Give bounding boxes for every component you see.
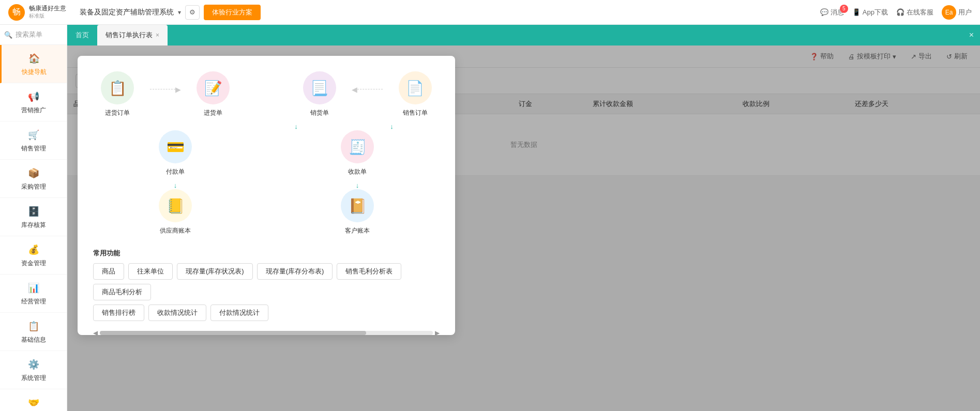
sales-bill-icon: 📃 (310, 80, 328, 97)
message-icon-item[interactable]: 💬 消息 5 (820, 8, 844, 17)
func-btn-goods[interactable]: 商品 (93, 263, 124, 280)
online-service-label: 在线客服 (907, 8, 933, 17)
finance-icon: 💰 (26, 242, 41, 257)
app-download-icon: 📱 (852, 8, 861, 16)
flow-node-sales-order[interactable]: 📄 销售订单 (399, 71, 432, 117)
search-label: 搜索菜单 (16, 30, 42, 39)
sidebar-item-enterprise[interactable]: 🤝 企业协同 (0, 389, 67, 411)
app-download-item[interactable]: 📱 App下载 (852, 8, 888, 17)
flow-down-arrows-2: ↓ ↓ (93, 181, 440, 189)
flow-node-customer[interactable]: 📔 客户账本 (341, 189, 374, 235)
system-dropdown-btn[interactable]: ▾ (178, 9, 181, 16)
scrollbar-left-arrow[interactable]: ◀ (93, 329, 98, 335)
flow-node-purchase-bill[interactable]: 📝 进货单 (197, 71, 230, 117)
common-functions-title: 常用功能 (93, 249, 440, 258)
logo-area: 畅 畅康通好生意 标准版 (8, 4, 76, 21)
func-buttons-row2: 销售排行榜 收款情况统计 付款情况统计 (93, 305, 440, 321)
flow-diagram: 📋 进货订单 ▶ (93, 71, 440, 240)
sales-order-icon: 📄 (406, 80, 424, 97)
scrollbar-track[interactable] (100, 331, 433, 335)
payment-icon: 💳 (167, 139, 185, 156)
sales-bill-label: 销货单 (310, 109, 329, 117)
flow-node-supplier[interactable]: 📒 供应商账本 (159, 189, 192, 235)
func-btn-partner[interactable]: 往来单位 (128, 263, 173, 280)
flow-node-purchase-order[interactable]: 📋 进货订单 (101, 71, 134, 117)
user-avatar: Ea (942, 5, 956, 20)
supplier-circle: 📒 (159, 189, 192, 222)
logo-icon: 畅 (8, 4, 25, 21)
operations-label: 经营管理 (21, 297, 46, 306)
supplier-icon: 📒 (167, 197, 185, 215)
func-btn-payment-stats[interactable]: 付款情况统计 (210, 305, 268, 321)
sidebar-item-inventory[interactable]: 🗄️ 库存核算 (0, 198, 67, 236)
flow-node-sales-bill[interactable]: 📃 销货单 (303, 71, 336, 117)
sidebar-item-marketing[interactable]: 📢 营销推广 (0, 83, 67, 121)
receipt-label: 收款单 (348, 168, 367, 176)
finance-label: 资金管理 (21, 259, 46, 268)
purchase-order-circle: 📋 (101, 71, 134, 104)
customer-label: 客户账本 (345, 226, 370, 235)
func-btn-sales-rank[interactable]: 销售排行榜 (93, 305, 144, 321)
func-btn-sales-profit[interactable]: 销售毛利分析表 (337, 263, 401, 280)
func-btn-receipt-stats[interactable]: 收款情况统计 (148, 305, 206, 321)
flow-row-2: 💳 付款单 🧾 收款单 (93, 130, 440, 176)
app-download-label: App下载 (863, 8, 888, 17)
sidebar-item-system[interactable]: ⚙️ 系统管理 (0, 351, 67, 389)
func-btn-goods-profit[interactable]: 商品毛利分析 (93, 284, 151, 300)
sidebar: 🔍 搜索菜单 🏠 快捷导航 📢 营销推广 🛒 销售管理 📦 采购管理 🗄️ 库存… (0, 25, 67, 411)
customer-icon: 📔 (349, 197, 367, 215)
flow-node-payment[interactable]: 💳 付款单 (159, 130, 192, 176)
system-icon: ⚙️ (26, 357, 41, 372)
sidebar-item-operations[interactable]: 📊 经营管理 (0, 275, 67, 313)
sidebar-item-quick-nav[interactable]: 🏠 快捷导航 (0, 45, 67, 83)
settings-gear-btn[interactable]: ⚙ (185, 5, 200, 20)
spacer-da2 (240, 181, 292, 189)
header-right: 💬 消息 5 📱 App下载 🎧 在线客服 Ea 用户 (820, 5, 972, 20)
sales-label: 销售管理 (21, 144, 46, 153)
receipt-circle: 🧾 (341, 130, 374, 163)
tab-bar-close-right[interactable]: × (969, 31, 974, 40)
purchase-bill-icon: 📝 (204, 80, 222, 97)
operations-icon: 📊 (26, 281, 41, 295)
purchase-order-icon: 📋 (109, 80, 127, 97)
base-info-icon: 📋 (26, 319, 41, 333)
tab-sales-order[interactable]: 销售订单执行表 × (97, 25, 168, 45)
common-functions: 常用功能 商品 往来单位 现存量(库存状况表) 现存量(库存分布表) 销售毛利分… (93, 249, 440, 321)
main-layout: 🔍 搜索菜单 🏠 快捷导航 📢 营销推广 🛒 销售管理 📦 采购管理 🗄️ 库存… (0, 25, 980, 411)
arrow-so-sb: ◀ (352, 85, 383, 94)
user-name: 用户 (958, 8, 972, 17)
experience-btn[interactable]: 体验行业方案 (204, 5, 261, 20)
popup-overlay[interactable]: 📋 进货订单 ▶ (67, 45, 980, 411)
system-title-area: 装备及固定资产辅助管理系统 ▾ ⚙ 体验行业方案 (80, 5, 261, 20)
scrollbar-thumb (100, 331, 366, 335)
inventory-icon: 🗄️ (26, 204, 41, 219)
system-label: 系统管理 (21, 374, 46, 383)
sales-order-label: 销售订单 (403, 109, 428, 117)
logo-text-block: 畅康通好生意 标准版 (29, 5, 66, 20)
func-btn-stock-dist[interactable]: 现存量(库存分布表) (257, 263, 333, 280)
func-btn-stock-status[interactable]: 现存量(库存状况表) (177, 263, 253, 280)
flow-row-3: 📒 供应商账本 📔 客户账本 (93, 189, 440, 235)
flow-down-arrows-1: ↓ ↓ (93, 123, 440, 130)
content-area: 首页 销售订单执行表 × × ❓ 帮助 🖨 按模板打印 ▾ (67, 25, 980, 411)
sidebar-item-finance[interactable]: 💰 资金管理 (0, 236, 67, 275)
online-service-item[interactable]: 🎧 在线客服 (896, 8, 933, 17)
tab-sales-order-label: 销售订单执行表 (105, 31, 153, 40)
payment-circle: 💳 (159, 130, 192, 163)
tab-close-btn[interactable]: × (156, 32, 159, 39)
sidebar-search[interactable]: 🔍 搜索菜单 (0, 25, 67, 45)
tab-home-label: 首页 (76, 31, 89, 40)
purchase-order-label: 进货订单 (105, 109, 130, 117)
message-icon: 💬 (820, 8, 828, 16)
sidebar-item-sales[interactable]: 🛒 销售管理 (0, 121, 67, 160)
flow-node-receipt[interactable]: 🧾 收款单 (341, 130, 374, 176)
sidebar-item-purchase[interactable]: 📦 采购管理 (0, 160, 67, 198)
user-avatar-item[interactable]: Ea 用户 (942, 5, 972, 20)
sales-icon: 🛒 (26, 128, 41, 142)
tab-home[interactable]: 首页 (67, 25, 97, 45)
enterprise-icon: 🤝 (26, 395, 41, 410)
arrow-po-pb: ▶ (150, 85, 181, 94)
marketing-icon: 📢 (26, 89, 41, 104)
scrollbar-right-arrow[interactable]: ▶ (435, 329, 440, 335)
sidebar-item-base-info[interactable]: 📋 基础信息 (0, 313, 67, 351)
